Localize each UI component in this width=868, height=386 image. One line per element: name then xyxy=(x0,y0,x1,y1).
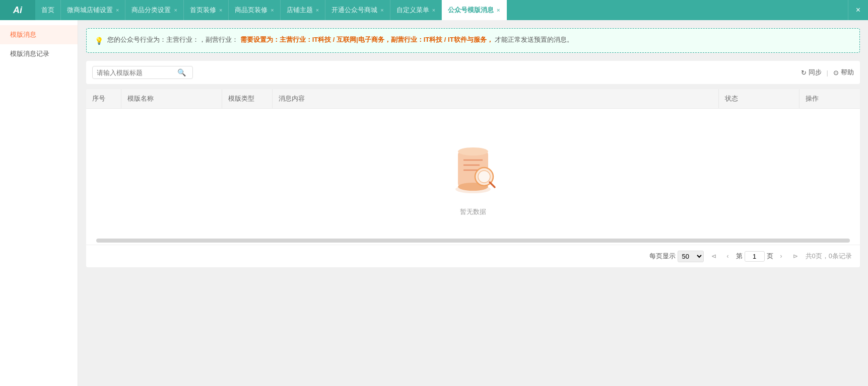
page-label: 第 xyxy=(736,252,743,261)
notice-icon: 💡 xyxy=(95,35,103,46)
toolbar: 🔍 ↻ 同步 | ⊙ 帮助 xyxy=(86,61,860,84)
empty-state: 暂无数据 xyxy=(86,109,860,237)
col-header-name: 模版名称 xyxy=(121,89,222,108)
app-logo: Ai xyxy=(0,0,35,20)
tab-category-setting[interactable]: 商品分类设置 × xyxy=(125,0,183,20)
tab-product-decor[interactable]: 商品页装修 × xyxy=(229,0,280,20)
sidebar: 模版消息模版消息记录 xyxy=(0,20,78,386)
search-input[interactable] xyxy=(97,69,177,76)
svg-line-10 xyxy=(490,183,495,187)
col-header-no: 序号 xyxy=(86,89,121,108)
page-size-label: 每页显示 xyxy=(649,252,676,261)
search-box[interactable]: 🔍 xyxy=(92,66,193,79)
table-header: 序号 模版名称 模版类型 消息内容 状态 操作 xyxy=(86,89,860,109)
page-size-selector: 每页显示 102050100 xyxy=(649,251,704,262)
tab-close-icon-shop-theme[interactable]: × xyxy=(316,7,319,13)
help-label: 帮助 xyxy=(841,68,854,77)
svg-point-2 xyxy=(458,147,488,156)
tab-shop-theme[interactable]: 店铺主题 × xyxy=(281,0,325,20)
tab-bar: 首页微商城店铺设置 ×商品分类设置 ×首页装修 ×商品页装修 ×店铺主题 ×开通… xyxy=(35,0,848,20)
tab-close-icon-category-setting[interactable]: × xyxy=(174,7,177,13)
tab-home-decor[interactable]: 首页装修 × xyxy=(184,0,229,20)
svg-point-8 xyxy=(478,171,490,183)
empty-illustration xyxy=(443,139,503,199)
empty-text: 暂无数据 xyxy=(460,207,486,216)
sync-icon: ↻ xyxy=(801,69,807,76)
data-table: 序号 模版名称 模版类型 消息内容 状态 操作 xyxy=(86,89,860,267)
global-close-button[interactable]: × xyxy=(848,0,868,20)
tab-close-icon-weshop-setting[interactable]: × xyxy=(116,7,119,13)
last-page-button[interactable]: ⊳ xyxy=(789,250,802,262)
page-navigation: ⊲ ‹ 第 页 › ⊳ xyxy=(708,250,802,262)
help-icon: ⊙ xyxy=(833,69,839,76)
pagination: 每页显示 102050100 ⊲ ‹ 第 页 › ⊳ 共0页，0 xyxy=(86,245,860,267)
search-icon[interactable]: 🔍 xyxy=(177,68,186,76)
tab-close-icon-open-mall[interactable]: × xyxy=(380,7,383,13)
prev-page-button[interactable]: ‹ xyxy=(722,250,734,262)
notice-banner: 💡 您的公众号行业为：主营行业：，副营行业： 需要设置为：主营行业：IT科技 /… xyxy=(86,28,860,53)
top-nav: Ai 首页微商城店铺设置 ×商品分类设置 ×首页装修 ×商品页装修 ×店铺主题 … xyxy=(0,0,868,20)
tab-close-icon-home-decor[interactable]: × xyxy=(219,7,222,13)
scrollbar-area xyxy=(86,237,860,245)
tab-custom-menu[interactable]: 自定义菜单 × xyxy=(390,0,442,20)
notice-highlight: 需要设置为：主营行业：IT科技 / 互联网|电子商务，副营行业：IT科技 / I… xyxy=(240,36,493,43)
sidebar-item-template-message[interactable]: 模版消息 xyxy=(0,25,78,44)
tab-open-mall[interactable]: 开通公众号商城 × xyxy=(325,0,390,20)
next-page-button[interactable]: › xyxy=(775,250,787,262)
sync-button[interactable]: ↻ 同步 xyxy=(801,68,822,77)
col-header-status: 状态 xyxy=(719,89,799,108)
help-button[interactable]: ⊙ 帮助 xyxy=(833,68,854,77)
page-number-input[interactable] xyxy=(745,251,765,262)
page-size-select-input[interactable]: 102050100 xyxy=(678,251,704,262)
sync-label: 同步 xyxy=(809,68,822,77)
tab-home[interactable]: 首页 xyxy=(35,0,61,20)
page-input-area: 第 页 xyxy=(736,251,773,262)
toolbar-right: ↻ 同步 | ⊙ 帮助 xyxy=(801,68,854,77)
sidebar-item-template-message-record[interactable]: 模版消息记录 xyxy=(0,44,78,63)
page-unit: 页 xyxy=(767,252,773,261)
col-header-action: 操作 xyxy=(799,89,860,108)
tab-close-icon-custom-menu[interactable]: × xyxy=(432,7,435,13)
tab-weshop-setting[interactable]: 微商城店铺设置 × xyxy=(61,0,125,20)
notice-text: 您的公众号行业为：主营行业：，副营行业： 需要设置为：主营行业：IT科技 / 互… xyxy=(107,35,573,45)
tab-close-icon-template-msg[interactable]: × xyxy=(497,7,500,13)
content-area: 💡 您的公众号行业为：主营行业：，副营行业： 需要设置为：主营行业：IT科技 /… xyxy=(78,20,868,386)
tab-template-msg[interactable]: 公众号模版消息 × xyxy=(442,0,506,20)
toolbar-divider: | xyxy=(827,69,828,76)
col-header-content: 消息内容 xyxy=(273,89,719,108)
total-info: 共0页，0条记录 xyxy=(806,252,852,261)
tab-close-icon-product-decor[interactable]: × xyxy=(271,7,274,13)
first-page-button[interactable]: ⊲ xyxy=(708,250,720,262)
horizontal-scrollbar[interactable] xyxy=(96,239,850,243)
col-header-type: 模版类型 xyxy=(222,89,273,108)
main-layout: 模版消息模版消息记录 💡 您的公众号行业为：主营行业：，副营行业： 需要设置为：… xyxy=(0,20,868,386)
